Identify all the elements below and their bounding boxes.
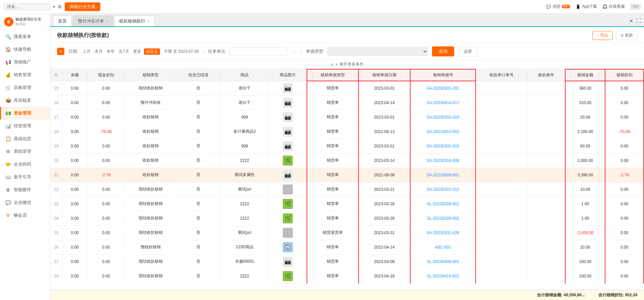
bill-no-link[interactable]: SA-20210808-001 — [427, 173, 459, 177]
bill-no-link[interactable]: SA-20230321-012 — [427, 187, 459, 192]
date-custom-btn[interactable]: 自定义 — [144, 48, 160, 55]
bill-no-link[interactable]: SL-20230328-001 — [427, 202, 459, 206]
settings-button[interactable]: 设置 — [458, 47, 478, 56]
bill-no-link[interactable]: SL-20230408-001 — [427, 259, 459, 264]
messages-item[interactable]: 💬 消息 99+ — [546, 4, 570, 9]
bill-no-link[interactable]: SL-20230418-001 — [427, 274, 459, 278]
bill-no-link[interactable]: SA-20230414-017 — [427, 100, 459, 105]
cell-bill-date: 2023-04-14 — [359, 95, 410, 110]
refresh-button[interactable]: ↺ 刷新 — [616, 31, 637, 40]
table-row: 27 0.00 0.00 现结收款核销 否 衣服00001 📷 销货单 2023… — [50, 254, 644, 269]
bill-no-link[interactable]: SA-20230301-010 — [427, 115, 459, 120]
cell-balance: 0.00 — [62, 269, 87, 283]
filter-expand-button[interactable]: » — [57, 48, 64, 55]
solution-button[interactable]: 体验行业方案 — [65, 2, 100, 11]
collect-offset-tab-close[interactable]: × — [147, 19, 149, 23]
maximize-icon[interactable]: ⛶ — [636, 18, 641, 24]
bill-no-link[interactable]: SA-20230331-026 — [427, 230, 459, 235]
date-btn-this-year[interactable]: 本年 — [105, 48, 116, 55]
sidebar-item-wechat[interactable]: 💬 企业微信 — [0, 196, 50, 209]
cell-include-settled: 否 — [176, 269, 221, 283]
sidebar-item-vip[interactable]: V 畅会员 — [0, 209, 50, 222]
cell-offset-type: 现结收款核销 — [125, 254, 176, 269]
cell-collect-cond — [527, 95, 565, 110]
export-button[interactable]: ↑ 导出 — [592, 31, 612, 40]
dropdown-arrow[interactable]: ▾ — [53, 4, 55, 9]
sidebar-item-quick-nav[interactable]: 🏠 快捷导航 — [0, 43, 50, 56]
expand-more-btn[interactable]: ∨ ∨ 展开更多条件 — [331, 61, 364, 67]
sidebar-item-capital[interactable]: 💵 资金管理 — [0, 107, 50, 120]
sidebar-item-label: 畅会员 — [14, 212, 27, 218]
prepay-tab-label: 预付冲应付单 — [78, 18, 104, 24]
query-button[interactable]: 查询 — [432, 46, 454, 56]
cell-bill-no[interactable]: SL-20230328-002 — [410, 211, 476, 225]
table-row: 16 0.00 0.00 预付冲应收 否 老白干 📷 销货单 2023-04-1… — [50, 95, 644, 110]
cell-bill-no[interactable]: SA-20210813-001 — [410, 124, 476, 139]
tab-prepay[interactable]: 预付冲应付单 × — [73, 15, 113, 26]
cell-bill-no[interactable]: SL-20230328-001 — [410, 197, 476, 211]
cell-offset-amount: 1.00 — [565, 211, 605, 225]
product-img: 🏠 — [283, 242, 293, 252]
date-range-label: 不限 至 2023-07-26 — [164, 49, 199, 54]
sidebar-item-sys[interactable]: ⚙ 系统管理 — [0, 145, 50, 158]
top-search-input[interactable] — [3, 3, 50, 10]
cell-product: 2222 — [221, 153, 269, 168]
cell-bill-no[interactable]: SA-20230331-026 — [410, 225, 476, 240]
partner-input[interactable] — [229, 47, 287, 55]
close-window-icon[interactable]: ✕ — [629, 18, 633, 24]
cell-bill-no[interactable]: SL-20230408-001 — [410, 254, 476, 269]
cell-bill-no[interactable]: SA-20230301-010 — [410, 110, 476, 124]
headset-icon: 🎧 — [602, 4, 607, 9]
cell-num: 20 — [50, 153, 62, 168]
cell-bill-no[interactable]: SA-20210808-001 — [410, 168, 476, 182]
bill-no-link[interactable]: SL-20230328-002 — [427, 216, 459, 221]
th-balance: 余额 — [62, 69, 87, 81]
sidebar-item-purchase[interactable]: 🛒 采购管理 — [0, 81, 50, 94]
sidebar-item-smart-hw[interactable]: 🖥 智能硬件 — [0, 183, 50, 196]
date-btn-7days[interactable]: 近7天 — [117, 48, 130, 55]
sidebar-item-sales[interactable]: 💰 销售管理 — [0, 69, 50, 81]
th-settings[interactable]: ⚙ — [50, 69, 62, 81]
table-wrapper[interactable]: ⚙ 余额 现金折扣 核销类型 包含已结清 商品 商品图片 核销单据类型 核销单据… — [50, 69, 644, 290]
bill-no-link[interactable]: ABC-001 — [435, 245, 451, 250]
cell-product: 999 — [221, 110, 269, 124]
tab-home[interactable]: 首页 — [53, 15, 72, 26]
date-btn-last-month[interactable]: 上月 — [81, 48, 92, 55]
cell-bill-no[interactable]: SA-20230314-008 — [410, 153, 476, 168]
cell-bill-no[interactable]: SL-20230418-001 — [410, 269, 476, 283]
prepay-tab-close[interactable]: × — [106, 19, 108, 23]
bill-no-link[interactable]: SA-20230301-010 — [427, 144, 459, 148]
th-include-settled: 包含已结清 — [176, 69, 221, 81]
cell-offset-discount: 0.00 — [605, 153, 644, 168]
tab-collect-offset[interactable]: 收款核销执行 × — [114, 15, 154, 26]
bill-no-link[interactable]: SA-20230314-008 — [427, 158, 459, 163]
gear-icon[interactable]: ⚙ — [58, 4, 62, 9]
cell-bill-no[interactable]: SA-20230301-010 — [410, 139, 476, 153]
date-btn-more[interactable]: 更多 — [132, 48, 143, 55]
cell-product-img: 🌿 — [269, 197, 307, 211]
cell-bill-no[interactable]: SA-20230301-001 — [410, 81, 476, 95]
logo-title: 畅捷通谱好生意 — [15, 17, 41, 22]
cell-bill-type: 销货单 — [307, 81, 359, 95]
cell-bill-no[interactable]: SA-20230321-012 — [410, 182, 476, 197]
sidebar-item-marketing[interactable]: 📢 营销推广 — [0, 56, 50, 69]
cell-bill-no[interactable]: SA-20230414-017 — [410, 95, 476, 110]
sidebar-item-inventory[interactable]: 📦 库存核算 — [0, 94, 50, 107]
sidebar-item-search-menu[interactable]: 🔍 搜索菜单 — [0, 30, 50, 43]
bill-no-link[interactable]: SA-20230301-001 — [427, 86, 459, 91]
bill-no-link[interactable]: SA-20210813-001 — [427, 129, 459, 134]
sidebar-item-newbie[interactable]: 📖 新手引导 — [0, 171, 50, 183]
online-service-item[interactable]: 🎧 在线客服 — [602, 4, 625, 9]
sidebar-item-base[interactable]: 📋 基础信息 — [0, 132, 50, 145]
app-download-item[interactable]: 📱 App下载 — [576, 4, 597, 9]
date-btn-this-month[interactable]: 本月 — [93, 48, 104, 55]
collect-offset-tab-label: 收款核销执行 — [119, 18, 145, 24]
cell-cash-discount: 0.00 — [87, 110, 125, 124]
cell-bill-no[interactable]: ABC-001 — [410, 240, 476, 254]
sidebar-item-ops[interactable]: 📊 经营管理 — [0, 120, 50, 132]
sidebar-item-corp-collab[interactable]: 🤝 企业协同 — [0, 158, 50, 171]
settings-icon[interactable]: ⚙ — [54, 73, 58, 77]
partner-more[interactable]: ··· — [291, 49, 297, 54]
cell-offset-amount: 333.00 — [565, 95, 605, 110]
bill-type-select[interactable] — [327, 47, 428, 56]
